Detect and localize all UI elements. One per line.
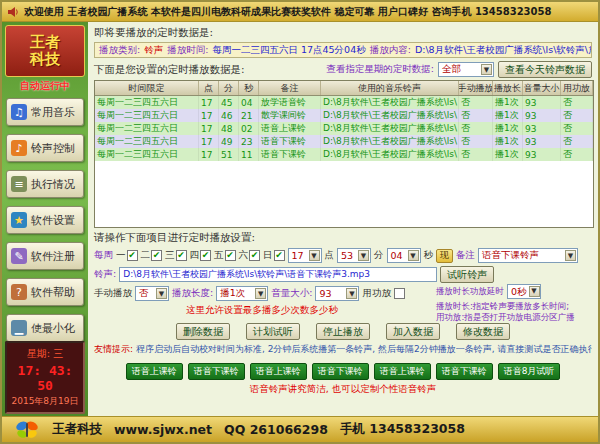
clock-panel: 星期: 三 17: 43: 50 2015年8月19日: [5, 341, 85, 414]
quick-ring-buttons: 语音上课铃 语音下课铃 语音上课铃 语音下课铃 语音上课铃 语音下课铃 语音8月…: [94, 363, 592, 380]
stop-play-button[interactable]: 停止播放: [316, 323, 370, 340]
category-label: 播放类别:: [99, 44, 140, 57]
day-group: 四✔: [190, 249, 212, 262]
quick-ring-button[interactable]: 语音8月试听: [498, 363, 561, 380]
quick-ring-button[interactable]: 语音上课铃: [126, 363, 183, 380]
day-checkbox[interactable]: ✔: [127, 250, 138, 261]
audition-ring-button[interactable]: 试听铃声: [440, 266, 494, 283]
day-group: 五✔: [214, 249, 236, 262]
minute-value: 53: [341, 250, 353, 261]
day-checkbox[interactable]: ✔: [200, 250, 211, 261]
sidebar-item-common-music[interactable]: ♫ 常用音乐: [6, 98, 84, 126]
modify-data-button[interactable]: 修改数据: [456, 323, 510, 340]
add-data-button[interactable]: 加入数据: [386, 323, 440, 340]
hour-value: 17: [292, 250, 304, 261]
content-value: D:\8月软件\王者校园广播系统\ls\软铃声\放学语音铃声3.mp3: [415, 44, 592, 57]
auto-run-status: 自动运行中: [5, 79, 85, 93]
sidebar-item-minimize[interactable]: ▁ 使最小化: [6, 314, 84, 342]
delay-desc-1: 播放时长:指定铃声要播放多长时间;: [436, 301, 592, 312]
cell-length: 播1次: [493, 109, 523, 122]
category-value: 铃声: [144, 44, 163, 57]
logo-line1: 王者: [30, 34, 60, 51]
content-label: 播放内容:: [370, 44, 411, 57]
chevron-down-icon: ▼: [408, 250, 419, 261]
sidebar-item-software-settings[interactable]: ★ 软件设置: [6, 206, 84, 234]
sidebar-item-label: 使最小化: [31, 321, 75, 336]
volume-value: 93: [319, 288, 331, 299]
delay-label: 播放时长功放延时: [436, 286, 504, 297]
chevron-down-icon: ▼: [346, 288, 357, 299]
table-row[interactable]: 每周一二三四五六日 17 45 04 放学语音铃 D:\8月软件\王者校园广播系…: [95, 96, 593, 109]
set-now-button[interactable]: 现: [436, 249, 453, 263]
table-row[interactable]: 每周一二三四五六日 17 51 11 语音下课铃 D:\8月软件\王者校园广播系…: [95, 148, 593, 161]
quick-ring-button[interactable]: 语音上课铃: [250, 363, 307, 380]
cell-hour: 17: [199, 122, 219, 135]
quick-ring-button[interactable]: 语音上课铃: [374, 363, 431, 380]
volume-select[interactable]: 93▼: [315, 286, 359, 301]
amp-label: 用功放: [362, 287, 391, 300]
table-row[interactable]: 每周一二三四五六日 17 48 02 语音上课铃 D:\8月软件\王者校园广播系…: [95, 122, 593, 135]
ring-path-input[interactable]: [119, 267, 437, 282]
day-label: 二: [141, 249, 151, 262]
amp-checkbox[interactable]: [394, 288, 405, 299]
plan-audition-button[interactable]: 计划试听: [246, 323, 300, 340]
action-buttons-row: 删除数据 计划试听 停止播放 加入数据 修改数据: [94, 323, 592, 340]
cell-volume: 93: [523, 109, 561, 122]
delay-row: 播放时长功放延时 0秒▼: [436, 284, 592, 299]
day-checkbox[interactable]: ✔: [249, 250, 260, 261]
cell-note: 语音下课铃: [259, 135, 321, 148]
chevron-down-icon: ▼: [156, 288, 167, 299]
delay-value: 0秒: [511, 286, 527, 298]
sidebar-item-software-help[interactable]: ? 软件帮助: [6, 278, 84, 306]
table-row[interactable]: 每周一二三四五六日 17 46 21 散学课间铃 D:\8月软件\王者校园广播系…: [95, 109, 593, 122]
cell-volume: 93: [523, 122, 561, 135]
sidebar-item-ring-control[interactable]: ♪ 铃声控制: [6, 134, 84, 162]
app-logo: 王者 科技: [5, 25, 85, 77]
filter-value: 全部: [442, 63, 461, 76]
day-label: 一: [116, 249, 126, 262]
cell-second: 02: [239, 122, 259, 135]
footer-website[interactable]: www.sjwx.net: [114, 422, 212, 437]
day-checkbox[interactable]: ✔: [225, 250, 236, 261]
titlebar: 欢迎使用 王者校园广播系统 本软件是四川电教科研成果比赛获奖软件 稳定可靠 用户…: [2, 2, 598, 22]
day-group: 一✔: [116, 249, 138, 262]
settings-block: 请操作下面项目进行定时播放设置: 每周 一✔ 二✔ 三✔ 四✔ 五✔ 六✔ 日✔…: [94, 231, 592, 317]
sidebar-item-software-register[interactable]: ✎ 软件注册: [6, 242, 84, 270]
table-header-row: 下面是您设置的定时播放数据是: 查看指定星期的定时数据: 全部 ▼ 查看今天铃声…: [94, 61, 592, 78]
friendly-tip: 友情提示: 程序启动后自动校对时间为标准, 2分钟后系统播第一条铃声, 然后每隔…: [94, 343, 592, 356]
view-today-button[interactable]: 查看今天铃声数据: [498, 61, 592, 78]
volume-label: 音量大小:: [271, 287, 312, 300]
minute-select[interactable]: 53▼: [337, 248, 371, 263]
second-select[interactable]: 04▼: [387, 248, 421, 263]
cell-time: 每周一二三四五六日: [95, 96, 199, 109]
table-row[interactable]: 每周一二三四五六日 17 49 23 语音下课铃 D:\8月软件\王者校园广播系…: [95, 135, 593, 148]
schedule-table: 时间限定 点 分 秒 备注 使用的音乐铃声 手动播放 播放长 音量大小 用功放 …: [94, 80, 594, 228]
cell-amp: 否: [561, 109, 593, 122]
length-select[interactable]: 播1次▼: [216, 286, 268, 301]
manual-select[interactable]: 否▼: [135, 286, 169, 301]
cell-amp: 否: [561, 96, 593, 109]
cell-volume: 93: [523, 148, 561, 161]
quick-ring-button[interactable]: 语音下课铃: [188, 363, 245, 380]
sidebar-item-execution-status[interactable]: ≡ 执行情况: [6, 170, 84, 198]
weekday-filter-select[interactable]: 全部 ▼: [438, 62, 494, 77]
day-checkbox[interactable]: ✔: [176, 250, 187, 261]
note-select[interactable]: 语音下课铃声▼: [478, 248, 578, 263]
note-value: 语音下课铃声: [482, 249, 539, 262]
hour-select[interactable]: 17▼: [288, 248, 322, 263]
chevron-down-icon: ▼: [309, 250, 320, 261]
delete-data-button[interactable]: 删除数据: [176, 323, 230, 340]
cell-manual: 否: [459, 135, 493, 148]
day-checkbox[interactable]: ✔: [151, 250, 162, 261]
quick-ring-button[interactable]: 语音下课铃: [436, 363, 493, 380]
table-heading: 下面是您设置的定时播放数据是:: [94, 63, 245, 77]
cell-minute: 49: [219, 135, 239, 148]
chevron-down-icon: ▼: [565, 250, 576, 261]
quick-ring-button[interactable]: 语音下课铃: [312, 363, 369, 380]
col-manual: 手动播放: [459, 81, 493, 95]
play-time-label: 播放时间:: [167, 44, 208, 57]
day-checkbox[interactable]: ✔: [274, 250, 285, 261]
cell-hour: 17: [199, 109, 219, 122]
cell-second: 11: [239, 148, 259, 161]
delay-select[interactable]: 0秒▼: [507, 284, 541, 299]
